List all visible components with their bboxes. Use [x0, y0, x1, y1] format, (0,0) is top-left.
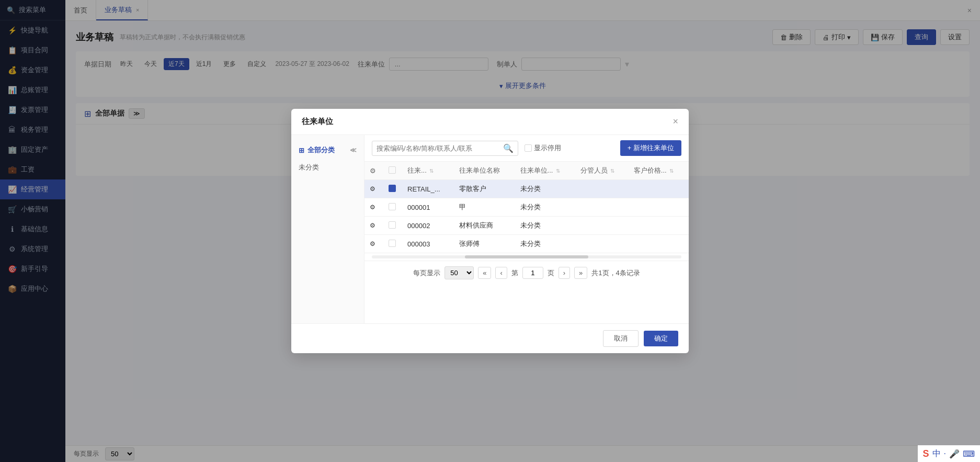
sort-icon-4: ⇅ — [669, 168, 674, 174]
show-disabled-label: 显示停用 — [534, 143, 561, 153]
dialog-table-scroll: ⚙ 往来... ⇅ 往来单位名称 往来单位... ⇅ — [364, 162, 689, 253]
row-settings-cell: ⚙ — [364, 235, 383, 253]
row-name-cell: 零散客户 — [454, 180, 515, 198]
dialog-close-button[interactable]: × — [673, 116, 678, 127]
cancel-button[interactable]: 取消 — [603, 330, 639, 347]
row-checkbox-cell[interactable] — [383, 198, 402, 217]
table-row[interactable]: ⚙ 000001 甲 未分类 — [364, 198, 689, 217]
row-category-cell: 未分类 — [515, 235, 575, 253]
page-number-input[interactable] — [522, 267, 543, 279]
show-disabled-toggle[interactable]: 显示停用 — [525, 143, 561, 153]
row-manager-cell — [575, 217, 629, 235]
row-name-cell: 材料供应商 — [454, 217, 515, 235]
scrollbar-thumb[interactable] — [465, 255, 589, 258]
table-row[interactable]: ⚙ 000002 材料供应商 未分类 — [364, 217, 689, 235]
row-price-cell — [629, 235, 689, 253]
th-checkbox — [383, 162, 402, 180]
next-page-button[interactable]: › — [559, 267, 570, 279]
row-code-cell: 000002 — [402, 217, 454, 235]
logo-s-icon: S — [923, 448, 929, 459]
prev-page-button[interactable]: ‹ — [495, 267, 507, 279]
total-records: 共1页，4条记录 — [591, 268, 640, 278]
category-collapse-icon[interactable]: ≪ — [350, 147, 357, 154]
row-category-cell: 未分类 — [515, 217, 575, 235]
horizontal-scrollbar[interactable] — [372, 255, 681, 258]
dot-icon: · — [944, 449, 946, 458]
dialog-search-input[interactable] — [377, 144, 501, 152]
row-code-cell: 000001 — [402, 198, 454, 217]
add-partner-button[interactable]: + 新增往来单位 — [620, 140, 681, 156]
category-all-btn[interactable]: ⊞ 全部分类 ≪ — [291, 141, 364, 159]
row-checkbox[interactable] — [389, 240, 396, 247]
keyboard-icon[interactable]: ⌨ — [963, 449, 975, 459]
row-code-cell: RETAIL_... — [402, 180, 454, 198]
dialog-pagination: 每页显示 50 100 « ‹ 第 页 › » 共1页，4条记录 — [364, 261, 689, 285]
row-checkbox[interactable] — [389, 185, 396, 192]
sort-icon-3: ⇅ — [610, 168, 614, 174]
row-manager-cell — [575, 180, 629, 198]
first-page-button[interactable]: « — [478, 267, 491, 279]
per-page-label: 每页显示 — [413, 268, 440, 278]
row-checkbox[interactable] — [389, 203, 396, 210]
dialog-title: 往来单位 — [302, 117, 333, 127]
row-settings-cell: ⚙ — [364, 180, 383, 198]
row-checkbox-cell[interactable] — [383, 180, 402, 198]
row-checkbox-cell[interactable] — [383, 217, 402, 235]
partner-dialog: 往来单位 × ⊞ 全部分类 ≪ 未分类 — [291, 109, 689, 353]
row-price-cell — [629, 180, 689, 198]
dialog-body: ⊞ 全部分类 ≪ 未分类 🔍 显示停用 — [291, 135, 689, 323]
dialog-search-bar: 🔍 显示停用 + 新增往来单位 — [364, 135, 689, 162]
mic-icon[interactable]: 🎤 — [949, 449, 960, 459]
th-manager: 分管人员 ⇅ — [575, 162, 629, 180]
category-panel: ⊞ 全部分类 ≪ 未分类 — [291, 135, 364, 323]
row-code-cell: 000003 — [402, 235, 454, 253]
zh-icon: 中 — [932, 448, 941, 459]
th-name: 往来单位名称 — [454, 162, 515, 180]
row-manager-cell — [575, 235, 629, 253]
search-icon: 🔍 — [503, 143, 514, 153]
sort-icon-2: ⇅ — [556, 168, 560, 174]
category-all-label: 全部分类 — [307, 145, 335, 155]
row-settings-cell: ⚙ — [364, 217, 383, 235]
dialog-data-table: ⚙ 往来... ⇅ 往来单位名称 往来单位... ⇅ — [364, 162, 689, 253]
sort-icon: ⇅ — [429, 168, 434, 174]
row-name-cell: 甲 — [454, 198, 515, 217]
th-category: 往来单位... ⇅ — [515, 162, 575, 180]
per-page-select[interactable]: 50 100 — [445, 266, 474, 279]
page-suffix: 页 — [548, 268, 554, 278]
taskbar-right: S 中 · 🎤 ⌨ — [918, 445, 980, 462]
table-row[interactable]: ⚙ RETAIL_... 零散客户 未分类 — [364, 180, 689, 198]
last-page-button[interactable]: » — [574, 267, 587, 279]
row-checkbox[interactable] — [389, 221, 396, 229]
search-input-wrap[interactable]: 🔍 — [372, 141, 518, 156]
confirm-button[interactable]: 确定 — [644, 331, 678, 346]
select-all-checkbox[interactable] — [389, 166, 396, 174]
row-category-cell: 未分类 — [515, 198, 575, 217]
row-category-cell: 未分类 — [515, 180, 575, 198]
row-price-cell — [629, 217, 689, 235]
page-prefix: 第 — [511, 268, 518, 278]
dialog-header: 往来单位 × — [291, 109, 689, 135]
dialog-overlay: 往来单位 × ⊞ 全部分类 ≪ 未分类 — [0, 0, 980, 462]
row-manager-cell — [575, 198, 629, 217]
th-price: 客户价格... ⇅ — [629, 162, 689, 180]
th-settings: ⚙ — [364, 162, 383, 180]
table-row[interactable]: ⚙ 000003 张师傅 未分类 — [364, 235, 689, 253]
category-grid-icon: ⊞ — [299, 147, 304, 154]
show-disabled-checkbox[interactable] — [525, 144, 532, 152]
th-code: 往来... ⇅ — [402, 162, 454, 180]
category-item-unclassified[interactable]: 未分类 — [291, 159, 364, 176]
dialog-footer: 取消 确定 — [291, 323, 689, 353]
row-name-cell: 张师傅 — [454, 235, 515, 253]
table-panel: 🔍 显示停用 + 新增往来单位 ⚙ — [364, 135, 689, 323]
row-checkbox-cell[interactable] — [383, 235, 402, 253]
row-settings-cell: ⚙ — [364, 198, 383, 217]
row-price-cell — [629, 198, 689, 217]
